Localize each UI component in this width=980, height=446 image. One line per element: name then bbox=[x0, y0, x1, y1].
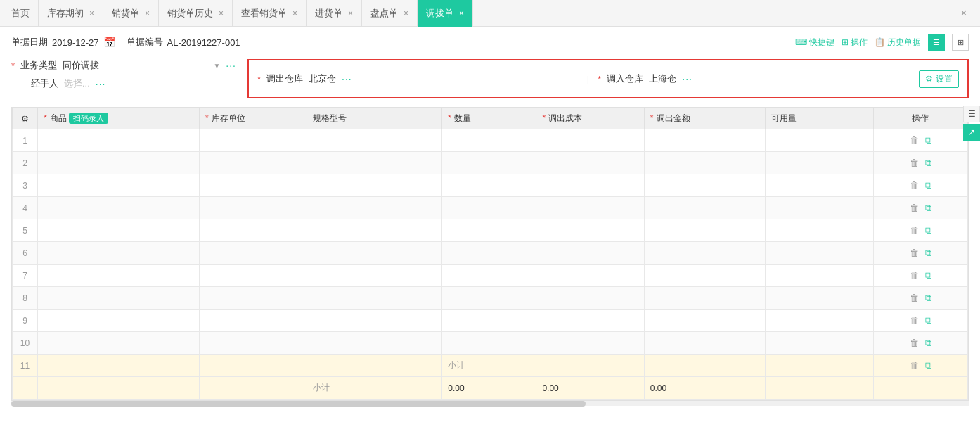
row-2-delete-icon[interactable]: 🗑 bbox=[910, 158, 919, 168]
row-10-amount[interactable] bbox=[644, 332, 766, 355]
tab-transfer-close[interactable]: × bbox=[459, 8, 464, 18]
row-6-product[interactable] bbox=[38, 242, 200, 265]
row-7-qty[interactable] bbox=[442, 265, 536, 287]
row-9-spec[interactable] bbox=[307, 310, 442, 332]
business-type-select[interactable]: 同价调拨 bbox=[63, 59, 207, 72]
row-2-copy-icon[interactable]: ⧉ bbox=[925, 158, 931, 168]
table-header-gear[interactable]: ⚙ bbox=[13, 108, 38, 129]
row-6-avail[interactable] bbox=[766, 242, 873, 265]
row-10-product[interactable] bbox=[38, 332, 200, 355]
row-2-spec[interactable] bbox=[307, 152, 442, 174]
tab-sales-close[interactable]: × bbox=[145, 8, 150, 18]
row-9-product[interactable] bbox=[38, 310, 200, 332]
scroll-thumb[interactable] bbox=[11, 401, 586, 407]
tab-sales-order[interactable]: 销货单 × bbox=[103, 0, 159, 27]
row-8-delete-icon[interactable]: 🗑 bbox=[910, 293, 919, 303]
row-4-copy-icon[interactable]: ⧉ bbox=[925, 203, 931, 213]
row-3-delete-icon[interactable]: 🗑 bbox=[910, 180, 919, 191]
row-2-unit[interactable] bbox=[200, 152, 307, 174]
row-3-qty[interactable] bbox=[442, 174, 536, 197]
row-1-cost[interactable] bbox=[536, 129, 644, 152]
business-type-dots[interactable]: ··· bbox=[226, 60, 236, 71]
shortcuts-button[interactable]: ⌨ 快捷键 bbox=[795, 37, 834, 49]
row-1-spec[interactable] bbox=[307, 129, 442, 152]
row-8-unit[interactable] bbox=[200, 287, 307, 310]
row-2-avail[interactable] bbox=[766, 152, 873, 174]
row-3-unit[interactable] bbox=[200, 174, 307, 197]
row-6-delete-icon[interactable]: 🗑 bbox=[910, 248, 919, 258]
row-3-amount[interactable] bbox=[644, 174, 766, 197]
tab-stocktake[interactable]: 盘点单 × bbox=[362, 0, 418, 27]
row-6-amount[interactable] bbox=[644, 242, 766, 265]
row-7-spec[interactable] bbox=[307, 265, 442, 287]
row-4-cost[interactable] bbox=[536, 197, 644, 219]
row-5-delete-icon[interactable]: 🗑 bbox=[910, 225, 919, 236]
list-view-button[interactable]: ☰ bbox=[928, 34, 945, 51]
row-10-qty[interactable] bbox=[442, 332, 536, 355]
tab-transfer[interactable]: 调拨单 × bbox=[418, 0, 473, 27]
row-11-copy-icon[interactable]: ⧉ bbox=[925, 360, 931, 371]
row-8-qty[interactable] bbox=[442, 287, 536, 310]
tab-home[interactable]: 首页 bbox=[6, 0, 39, 27]
row-9-unit[interactable] bbox=[200, 310, 307, 332]
row-6-spec[interactable] bbox=[307, 242, 442, 265]
sidebar-export-icon[interactable]: ↗ bbox=[963, 124, 980, 141]
row-8-avail[interactable] bbox=[766, 287, 873, 310]
row-7-cost[interactable] bbox=[536, 265, 644, 287]
row-9-qty[interactable] bbox=[442, 310, 536, 332]
tab-inventory-init[interactable]: 库存期初 × bbox=[39, 0, 103, 27]
row-4-spec[interactable] bbox=[307, 197, 442, 219]
out-warehouse-value[interactable]: 北京仓 bbox=[309, 72, 336, 85]
row-1-amount[interactable] bbox=[644, 129, 766, 152]
tab-purchase[interactable]: 进货单 × bbox=[307, 0, 362, 27]
row-9-delete-icon[interactable]: 🗑 bbox=[910, 315, 919, 326]
row-1-unit[interactable] bbox=[200, 129, 307, 152]
row-8-cost[interactable] bbox=[536, 287, 644, 310]
handler-select[interactable]: 选择... bbox=[64, 77, 90, 90]
row-1-qty[interactable] bbox=[442, 129, 536, 152]
row-9-cost[interactable] bbox=[536, 310, 644, 332]
row-10-cost[interactable] bbox=[536, 332, 644, 355]
calendar-icon[interactable]: 📅 bbox=[103, 37, 115, 48]
row-10-spec[interactable] bbox=[307, 332, 442, 355]
row-8-amount[interactable] bbox=[644, 287, 766, 310]
tab-view-sales-close[interactable]: × bbox=[292, 8, 297, 18]
row-1-delete-icon[interactable]: 🗑 bbox=[910, 135, 919, 146]
sidebar-list-icon[interactable]: ☰ bbox=[963, 106, 980, 122]
row-5-cost[interactable] bbox=[536, 219, 644, 242]
row-1-avail[interactable] bbox=[766, 129, 873, 152]
tab-sales-history-close[interactable]: × bbox=[219, 8, 224, 18]
row-4-qty[interactable] bbox=[442, 197, 536, 219]
row-3-avail[interactable] bbox=[766, 174, 873, 197]
row-6-copy-icon[interactable]: ⧉ bbox=[925, 248, 931, 258]
row-8-product[interactable] bbox=[38, 287, 200, 310]
grid-view-button[interactable]: ⊞ bbox=[952, 34, 969, 51]
row-3-cost[interactable] bbox=[536, 174, 644, 197]
row-8-copy-icon[interactable]: ⧉ bbox=[925, 293, 931, 303]
row-4-amount[interactable] bbox=[644, 197, 766, 219]
row-5-product[interactable] bbox=[38, 219, 200, 242]
row-1-copy-icon[interactable]: ⧉ bbox=[925, 135, 931, 146]
row-5-amount[interactable] bbox=[644, 219, 766, 242]
row-11-product[interactable] bbox=[38, 355, 200, 377]
row-7-product[interactable] bbox=[38, 265, 200, 287]
row-9-amount[interactable] bbox=[644, 310, 766, 332]
row-9-copy-icon[interactable]: ⧉ bbox=[925, 315, 931, 326]
row-5-unit[interactable] bbox=[200, 219, 307, 242]
row-7-unit[interactable] bbox=[200, 265, 307, 287]
row-5-qty[interactable] bbox=[442, 219, 536, 242]
operations-button[interactable]: ⊞ 操作 bbox=[842, 37, 868, 49]
row-11-delete-icon[interactable]: 🗑 bbox=[910, 360, 919, 371]
row-4-avail[interactable] bbox=[766, 197, 873, 219]
in-warehouse-dots[interactable]: ··· bbox=[682, 73, 692, 84]
row-11-avail[interactable] bbox=[766, 355, 873, 377]
tab-sales-history[interactable]: 销货单历史 × bbox=[159, 0, 233, 27]
scan-badge[interactable]: 扫码录入 bbox=[69, 113, 108, 124]
row-6-cost[interactable] bbox=[536, 242, 644, 265]
row-2-cost[interactable] bbox=[536, 152, 644, 174]
row-3-spec[interactable] bbox=[307, 174, 442, 197]
window-close-button[interactable]: × bbox=[953, 0, 974, 27]
row-4-delete-icon[interactable]: 🗑 bbox=[910, 203, 919, 213]
history-button[interactable]: 📋 历史单据 bbox=[875, 37, 921, 49]
row-6-unit[interactable] bbox=[200, 242, 307, 265]
